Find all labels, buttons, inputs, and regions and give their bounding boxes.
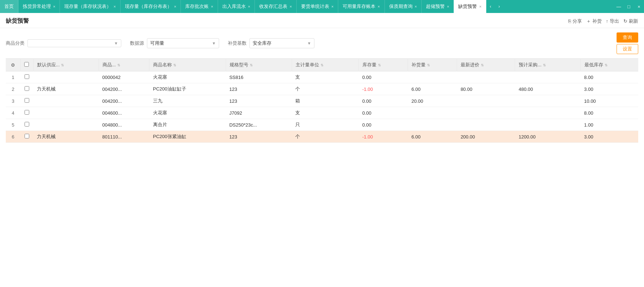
cell-spec: SS816 (226, 71, 292, 83)
th-gear[interactable]: ⚙ (6, 59, 20, 71)
sort-purchase-icon: ⇅ (543, 63, 546, 67)
row-checkbox-cell[interactable] (20, 107, 33, 119)
win-minimize-btn[interactable]: — (614, 0, 624, 13)
cell-min-stock: 10.00 (580, 95, 638, 107)
table-row: 2 力天机械 004200... PC200油缸缸子 123 个 -1.00 6… (6, 83, 638, 95)
tab-bar: 首页 拣货异常处理 × 现存量（库存状况表） × 现存量（库存分布表） × 库存… (0, 0, 644, 13)
row-checkbox[interactable] (25, 98, 29, 103)
select-all-checkbox[interactable] (24, 62, 29, 67)
tab-picking-exception[interactable]: 拣货异常处理 × (18, 0, 60, 13)
tab-close-demand[interactable]: × (331, 4, 334, 9)
tab-next-btn[interactable]: › (495, 0, 504, 13)
row-checkbox-cell[interactable] (20, 119, 33, 131)
tab-close-summary[interactable]: × (290, 4, 292, 9)
row-checkbox-cell[interactable] (20, 95, 33, 107)
th-stock[interactable]: 库存量 ⇅ (358, 59, 408, 71)
cell-estimated-purchase (515, 95, 580, 107)
cell-stock: -1.00 (358, 83, 408, 95)
export-icon: ↑ (606, 18, 609, 24)
cell-name: 火花塞 (149, 107, 226, 119)
win-maximize-btn[interactable]: □ (624, 0, 634, 13)
row-checkbox[interactable] (25, 110, 29, 115)
tab-close-shortage[interactable]: × (479, 4, 481, 9)
cell-supplier (33, 107, 99, 119)
replenish-select[interactable]: 安全库存 ▼ (249, 38, 314, 48)
cell-latest-price (457, 71, 515, 83)
th-replenish[interactable]: 补货量 ⇅ (408, 59, 457, 71)
cell-spec: 123 (226, 131, 292, 143)
row-checkbox-cell[interactable] (20, 71, 33, 83)
cell-min-stock: 1.00 (580, 119, 638, 131)
export-btn[interactable]: ↑ 导出 (606, 18, 619, 25)
window-controls: — □ × (614, 0, 644, 13)
tab-prev-btn[interactable]: ‹ (486, 0, 495, 13)
tab-close-available-ledger[interactable]: × (378, 4, 380, 9)
row-checkbox[interactable] (25, 86, 29, 91)
cell-replenish: 20.00 (408, 95, 457, 107)
replenish-chevron-icon: ▼ (307, 41, 311, 45)
tab-close-flow[interactable]: × (248, 4, 250, 9)
tab-available-ledger[interactable]: 可用量库存账本 × (338, 0, 384, 13)
datasource-filter: 数据源 可用量 ▼ (130, 38, 219, 48)
tab-stock-status[interactable]: 现存量（库存状况表） × (60, 0, 120, 13)
tab-stock-dist[interactable]: 现存量（库存分布表） × (121, 0, 181, 13)
tab-summary[interactable]: 收发存汇总表 × (255, 0, 296, 13)
th-product-code[interactable]: 商品... ⇅ (99, 59, 149, 71)
row-checkbox-cell[interactable] (20, 131, 33, 143)
tab-close-stock-dist[interactable]: × (174, 4, 176, 9)
table-row: 5 004800... 离合片 DS250*23c... 只 0.00 1.00 (6, 119, 638, 131)
cell-latest-price: 200.00 (457, 131, 515, 143)
category-select[interactable]: ▼ (27, 39, 121, 47)
tab-demand[interactable]: 要货单统计表 × (297, 0, 338, 13)
page-title: 缺货预警 (6, 17, 29, 25)
row-number: 3 (6, 95, 20, 107)
tab-close-picking[interactable]: × (53, 4, 55, 9)
row-number: 4 (6, 107, 20, 119)
sort-name-icon: ⇅ (173, 63, 176, 67)
row-checkbox-cell[interactable] (20, 83, 33, 95)
supplement-icon: ＋ (586, 18, 591, 25)
win-close-btn[interactable]: × (634, 0, 644, 13)
cell-name: PC200张紧油缸 (149, 131, 226, 143)
tab-close-stock-status[interactable]: × (113, 4, 116, 9)
tab-close-expiry[interactable]: × (415, 4, 417, 9)
settings-button[interactable]: 设置 (617, 44, 638, 54)
row-checkbox[interactable] (25, 122, 29, 127)
sort-replenish-icon: ⇅ (427, 63, 430, 67)
sort-price-icon: ⇅ (481, 63, 484, 67)
cell-stock: -1.00 (358, 131, 408, 143)
row-checkbox[interactable] (25, 134, 29, 138)
tab-close-overstock[interactable]: × (447, 4, 449, 9)
tab-shortage[interactable]: 缺货预警 × (454, 0, 486, 13)
th-default-supplier[interactable]: 默认供应... ⇅ (33, 59, 99, 71)
replenish-filter: 补货基数 安全库存 ▼ (228, 38, 314, 48)
tab-expiry[interactable]: 保质期查询 × (385, 0, 422, 13)
th-product-name[interactable]: 商品名称 ⇅ (149, 59, 226, 71)
datasource-select[interactable]: 可用量 ▼ (147, 38, 219, 48)
share-btn[interactable]: ⎘ 分享 (568, 18, 582, 25)
category-label: 商品分类 (6, 40, 25, 47)
tab-batch-account[interactable]: 库存批次账 × (181, 0, 218, 13)
cell-name: 三九 (149, 95, 226, 107)
row-checkbox[interactable] (25, 74, 29, 79)
datasource-chevron-icon: ▼ (212, 41, 216, 45)
supplement-btn[interactable]: ＋ 补货 (586, 18, 602, 25)
tab-flow[interactable]: 出入库流水 × (218, 0, 255, 13)
cell-estimated-purchase (515, 107, 580, 119)
cell-supplier (33, 119, 99, 131)
th-spec[interactable]: 规格型号 ⇅ (226, 59, 292, 71)
th-min-stock[interactable]: 最低库存 ⇅ (580, 59, 638, 71)
th-estimated-purchase[interactable]: 预计采购... ⇅ (515, 59, 580, 71)
page-header: 缺货预警 ⎘ 分享 ＋ 补货 ↑ 导出 ↻ 刷新 (0, 13, 644, 28)
cell-unit: 支 (292, 71, 358, 83)
table-row: 4 004600... 火花塞 J7092 支 0.00 8.00 (6, 107, 638, 119)
th-unit[interactable]: 主计量单位 ⇅ (292, 59, 358, 71)
tab-overstock[interactable]: 超储预警 × (422, 0, 454, 13)
tab-home[interactable]: 首页 (0, 0, 18, 13)
th-latest-price[interactable]: 最新进价 ⇅ (457, 59, 515, 71)
query-button[interactable]: 查询 (617, 32, 638, 43)
refresh-btn[interactable]: ↻ 刷新 (623, 18, 638, 25)
row-number: 5 (6, 119, 20, 131)
cell-latest-price (457, 95, 515, 107)
tab-close-batch[interactable]: × (211, 4, 213, 9)
